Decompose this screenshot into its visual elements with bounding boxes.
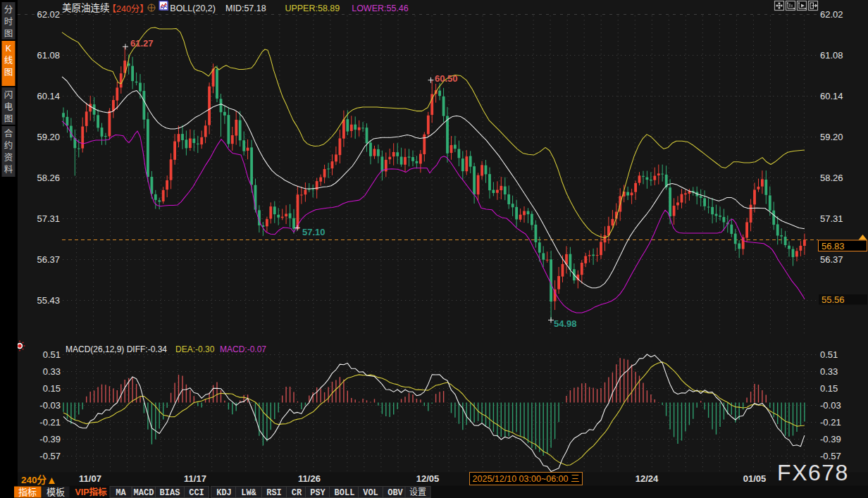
- svg-text:料: 料: [4, 162, 13, 175]
- svg-text:0.33: 0.33: [43, 366, 61, 377]
- svg-text:60.50: 60.50: [435, 73, 458, 84]
- svg-text:62.02: 62.02: [37, 9, 60, 20]
- svg-text:OBV: OBV: [388, 488, 403, 498]
- svg-text:指标: 指标: [18, 485, 37, 498]
- svg-text:60.14: 60.14: [820, 91, 843, 101]
- svg-text:BOLL(20,2): BOLL(20,2): [170, 4, 216, 13]
- svg-text:12/05: 12/05: [416, 473, 440, 484]
- svg-text:56.37: 56.37: [37, 254, 60, 265]
- svg-text:KDJ: KDJ: [216, 488, 232, 498]
- svg-text:0.51: 0.51: [43, 349, 61, 360]
- svg-text:【240分】: 【240分】: [108, 1, 149, 15]
- svg-text:55.43: 55.43: [37, 295, 60, 306]
- svg-text:FX678: FX678: [777, 460, 849, 485]
- svg-text:58.26: 58.26: [820, 173, 843, 183]
- svg-text:59.20: 59.20: [820, 132, 843, 142]
- svg-text:VIP指标: VIP指标: [75, 485, 107, 498]
- svg-text:01/05: 01/05: [743, 473, 767, 484]
- svg-text:MID:57.18: MID:57.18: [225, 4, 266, 13]
- svg-text:57.10: 57.10: [302, 227, 326, 237]
- svg-text:-0.21: -0.21: [39, 417, 61, 428]
- svg-text:图: 图: [4, 26, 13, 39]
- svg-text:61.27: 61.27: [130, 38, 154, 49]
- svg-text:美原油连续: 美原油连续: [62, 0, 110, 14]
- svg-text:图: 图: [4, 111, 13, 125]
- svg-text:58.26: 58.26: [37, 173, 60, 183]
- svg-text:54.98: 54.98: [554, 318, 577, 329]
- svg-text:UPPER:58.89: UPPER:58.89: [285, 4, 340, 13]
- svg-text:DEA:-0.30: DEA:-0.30: [175, 344, 215, 354]
- svg-text:0.15: 0.15: [820, 383, 838, 394]
- svg-text:-0.39: -0.39: [820, 434, 841, 444]
- svg-text:-0.21: -0.21: [820, 417, 841, 428]
- svg-text:模板: 模板: [46, 485, 65, 498]
- svg-text:-0.57: -0.57: [39, 451, 61, 461]
- svg-text:57.31: 57.31: [37, 213, 60, 224]
- svg-text:61.08: 61.08: [37, 50, 60, 61]
- svg-text:MACD:-0.07: MACD:-0.07: [220, 344, 266, 354]
- svg-text:PSY: PSY: [310, 488, 326, 498]
- svg-text:62.02: 62.02: [820, 9, 843, 20]
- svg-text:MA: MA: [116, 488, 126, 498]
- svg-text:56.37: 56.37: [820, 254, 843, 265]
- svg-text:2025/12/10 03:00~06:00 三: 2025/12/10 03:00~06:00 三: [473, 471, 580, 485]
- svg-text:55.56: 55.56: [822, 294, 845, 305]
- svg-text:MACD(26,12,9) DIFF:-0.34: MACD(26,12,9) DIFF:-0.34: [66, 344, 167, 354]
- svg-text:0.51: 0.51: [820, 349, 838, 360]
- svg-text:LW&: LW&: [241, 488, 256, 498]
- svg-text:-0.03: -0.03: [820, 400, 841, 411]
- svg-text:59.20: 59.20: [37, 132, 60, 142]
- svg-text:11/07: 11/07: [79, 473, 101, 484]
- svg-text:61.08: 61.08: [820, 50, 843, 61]
- svg-text:-0.39: -0.39: [39, 434, 61, 444]
- svg-text:57.31: 57.31: [820, 213, 843, 224]
- svg-text:11/17: 11/17: [184, 473, 206, 484]
- svg-text:MACD: MACD: [134, 488, 154, 498]
- svg-text:BOLL: BOLL: [335, 488, 355, 498]
- svg-text:12/24: 12/24: [636, 473, 659, 484]
- svg-text:CR: CR: [292, 488, 302, 498]
- svg-text:-0.03: -0.03: [39, 400, 61, 411]
- svg-text:CCI: CCI: [189, 488, 204, 498]
- svg-text:0.33: 0.33: [820, 366, 838, 377]
- svg-text:60.14: 60.14: [37, 91, 60, 101]
- svg-text:设置: 设置: [409, 485, 426, 497]
- svg-text:RSI: RSI: [266, 488, 282, 498]
- svg-text:240分: 240分: [21, 472, 47, 486]
- svg-text:VOL: VOL: [363, 488, 378, 498]
- svg-text:BIAS: BIAS: [160, 488, 180, 498]
- svg-text:11/26: 11/26: [298, 473, 321, 484]
- svg-text:56.83: 56.83: [822, 241, 845, 251]
- svg-text:0.15: 0.15: [43, 383, 61, 394]
- svg-text:图: 图: [4, 65, 13, 78]
- svg-text:LOWER:55.46: LOWER:55.46: [352, 4, 409, 13]
